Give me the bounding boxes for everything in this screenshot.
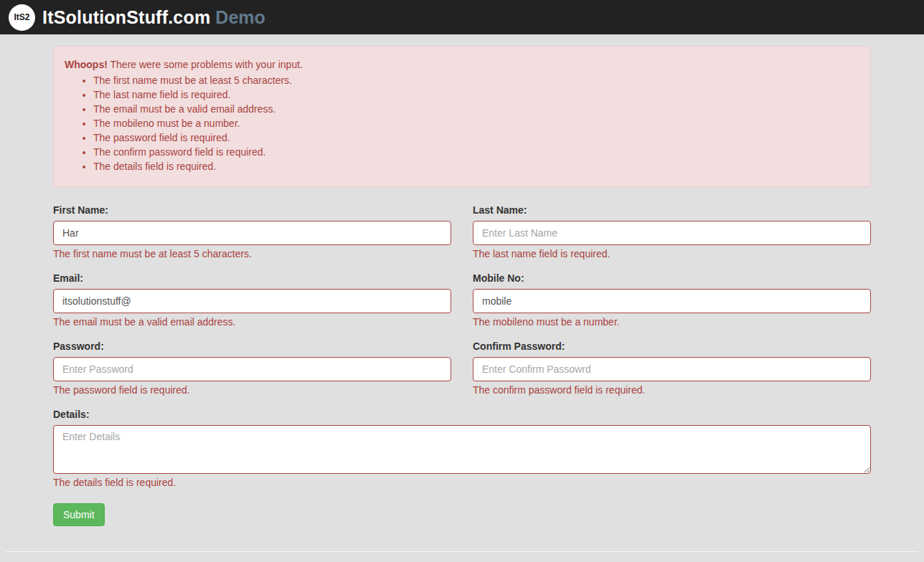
main-container: Whoops! There were some problems with yo… — [42, 46, 882, 526]
details-textarea[interactable] — [53, 425, 871, 474]
first-name-error: The first name must be at least 5 charac… — [53, 248, 451, 260]
mobile-error: The mobileno must be a number. — [473, 316, 871, 328]
details-group: Details: The details field is required. — [53, 409, 871, 489]
password-label: Password: — [53, 340, 451, 353]
alert-error-list: The first name must be at least 5 charac… — [65, 73, 859, 173]
password-group: Password: The password field is required… — [53, 340, 451, 396]
brand-logo-icon: ItS2 — [9, 4, 35, 31]
navbar: ItS2 ItSolutionStuff.com Demo — [0, 0, 924, 34]
last-name-input[interactable] — [473, 221, 871, 245]
mobile-input[interactable] — [473, 289, 871, 313]
email-input[interactable] — [53, 289, 451, 313]
first-name-label: First Name: — [53, 204, 451, 216]
validation-alert: Whoops! There were some problems with yo… — [53, 46, 871, 187]
alert-message: There were some problems with your input… — [110, 59, 303, 70]
alert-title: Whoops! — [65, 59, 108, 70]
submit-button[interactable]: Submit — [53, 503, 105, 526]
email-error: The email must be a valid email address. — [53, 316, 451, 328]
confirm-password-group: Confirm Password: The confirm password f… — [473, 340, 871, 396]
brand-suffix: Demo — [215, 7, 265, 28]
details-label: Details: — [53, 409, 871, 421]
last-name-error: The last name field is required. — [473, 248, 871, 260]
alert-error-item: The email must be a valid email address. — [93, 102, 859, 116]
alert-error-item: The first name must be at least 5 charac… — [93, 73, 859, 87]
confirm-password-error: The confirm password field is required. — [473, 384, 871, 396]
brand-link[interactable]: ItS2 ItSolutionStuff.com Demo — [9, 4, 265, 31]
alert-error-item: The mobileno must be a number. — [93, 116, 859, 130]
alert-heading: Whoops! There were some problems with yo… — [65, 57, 859, 72]
alert-error-item: The confirm password field is required. — [93, 145, 859, 159]
confirm-password-input[interactable] — [473, 357, 871, 381]
alert-error-item: The last name field is required. — [93, 87, 859, 102]
password-error: The password field is required. — [53, 384, 451, 396]
password-input[interactable] — [53, 357, 451, 381]
alert-error-item: The details field is required. — [93, 159, 859, 173]
mobile-group: Mobile No: The mobileno must be a number… — [473, 272, 871, 328]
details-error: The details field is required. — [53, 477, 871, 489]
last-name-group: Last Name: The last name field is requir… — [473, 204, 871, 260]
email-label: Email: — [53, 272, 451, 285]
email-group: Email: The email must be a valid email a… — [53, 272, 451, 328]
last-name-label: Last Name: — [473, 204, 871, 216]
confirm-password-label: Confirm Password: — [473, 340, 871, 353]
alert-error-item: The password field is required. — [93, 130, 859, 145]
brand-title: ItSolutionStuff.com — [42, 7, 210, 28]
first-name-input[interactable] — [53, 221, 451, 245]
first-name-group: First Name: The first name must be at le… — [53, 204, 451, 260]
registration-form: First Name: The first name must be at le… — [53, 204, 871, 501]
footer-divider — [6, 551, 918, 552]
mobile-label: Mobile No: — [473, 272, 871, 285]
